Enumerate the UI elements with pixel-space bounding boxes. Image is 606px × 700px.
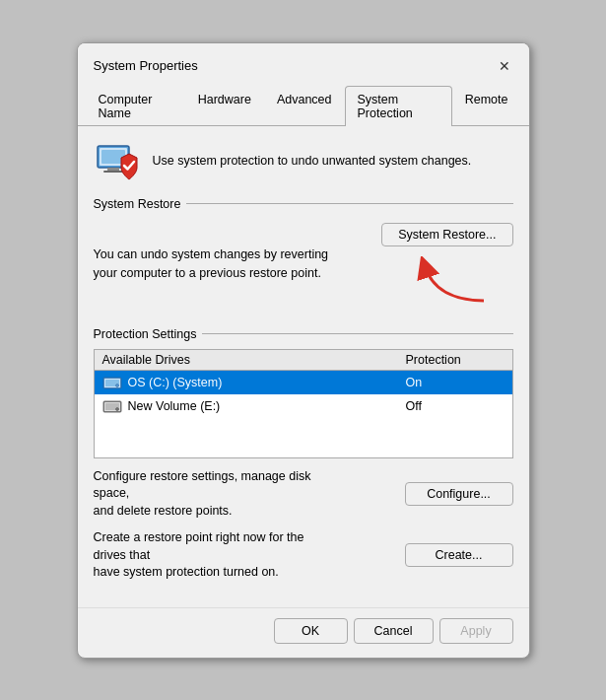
cancel-button[interactable]: Cancel — [354, 618, 434, 644]
system-restore-title: System Restore — [94, 197, 181, 211]
restore-description: You can undo system changes by reverting… — [94, 245, 329, 283]
drives-table: Available Drives Protection OS (C:) (Sys… — [94, 349, 513, 458]
main-content: Use system protection to undo unwanted s… — [78, 126, 529, 607]
info-row: Use system protection to undo unwanted s… — [94, 138, 513, 185]
arrow-indicator — [415, 256, 494, 306]
protection-val-e: Off — [406, 399, 505, 413]
system-restore-header: System Restore — [94, 197, 513, 211]
tabs-container: Computer Name Hardware Advanced System P… — [78, 85, 529, 126]
col-available-drives: Available Drives — [102, 353, 406, 367]
drive-icon-c — [102, 375, 122, 390]
info-description: Use system protection to undo unwanted s… — [153, 153, 472, 171]
col-protection: Protection — [406, 353, 505, 367]
svg-point-8 — [115, 384, 118, 386]
protection-val-c: On — [406, 376, 505, 389]
protection-settings-section: Protection Settings Available Drives Pro… — [94, 327, 513, 582]
section-divider — [186, 203, 512, 204]
restore-button-area: System Restore... — [381, 223, 512, 306]
system-restore-section: System Restore You can undo system chang… — [94, 197, 513, 314]
ok-button[interactable]: OK — [274, 618, 348, 644]
system-properties-dialog: System Properties ✕ Computer Name Hardwa… — [77, 42, 530, 659]
system-restore-button[interactable]: System Restore... — [381, 223, 512, 246]
tab-system-protection[interactable]: System Protection — [345, 86, 452, 126]
table-header: Available Drives Protection — [95, 350, 512, 371]
create-button[interactable]: Create... — [405, 543, 513, 567]
configure-text: Configure restore settings, manage disk … — [94, 468, 330, 521]
footer-buttons: OK Cancel Apply — [78, 607, 529, 658]
configure-button[interactable]: Configure... — [405, 482, 513, 506]
table-row[interactable]: OS (C:) (System) On — [95, 371, 512, 394]
table-row[interactable]: New Volume (E:) Off — [95, 394, 512, 418]
tab-hardware[interactable]: Hardware — [185, 86, 264, 126]
svg-point-12 — [115, 407, 118, 410]
svg-rect-3 — [107, 168, 119, 171]
drive-label-e: New Volume (E:) — [102, 398, 406, 414]
tab-remote[interactable]: Remote — [452, 86, 521, 126]
create-row: Create a restore point right now for the… — [94, 529, 513, 582]
create-text: Create a restore point right now for the… — [94, 529, 330, 582]
tab-advanced[interactable]: Advanced — [264, 86, 345, 126]
protection-settings-title: Protection Settings — [94, 327, 197, 341]
apply-button[interactable]: Apply — [439, 618, 513, 644]
drive-icon-e — [102, 398, 122, 414]
section-divider-2 — [202, 333, 512, 334]
configure-row: Configure restore settings, manage disk … — [94, 468, 513, 521]
restore-body: You can undo system changes by reverting… — [94, 219, 513, 314]
window-title: System Properties — [94, 58, 198, 73]
drive-label-c: OS (C:) (System) — [102, 375, 406, 390]
title-bar: System Properties ✕ — [78, 43, 529, 79]
svg-rect-4 — [103, 171, 123, 173]
protection-settings-header: Protection Settings — [94, 327, 513, 341]
protection-icon — [94, 138, 141, 185]
tab-computer-name[interactable]: Computer Name — [86, 86, 185, 126]
close-button[interactable]: ✕ — [492, 53, 517, 79]
